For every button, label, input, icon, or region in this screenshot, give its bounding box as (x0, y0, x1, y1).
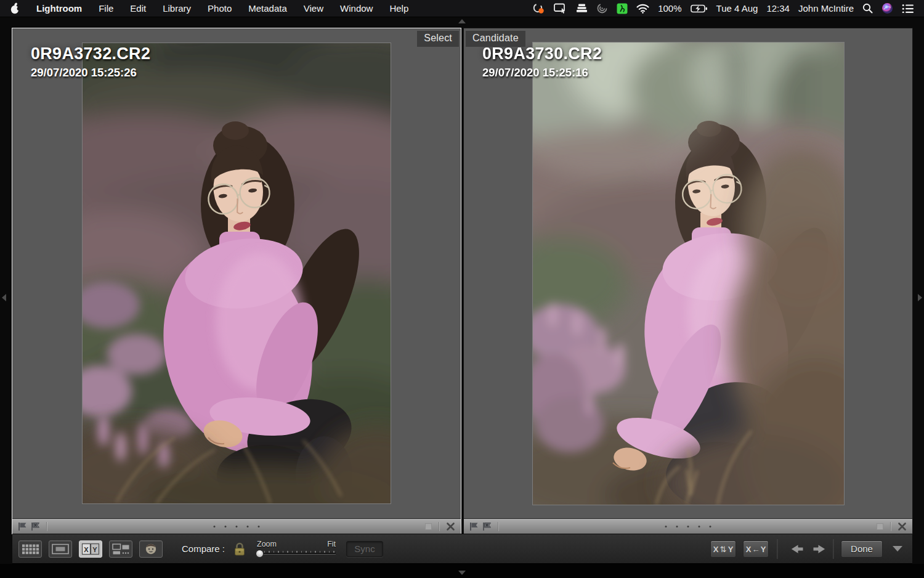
workspace: Select 0R9A3732.CR2 29/07/2020 15:25:26 (0, 17, 924, 578)
rating-dot[interactable] (687, 526, 689, 527)
stacked-trays-icon[interactable] (576, 4, 588, 13)
svg-text:Y: Y (92, 545, 97, 553)
toolbar-divider (777, 539, 777, 559)
loupe-view-button[interactable] (49, 540, 72, 558)
swap-xy-icon: X ⇅ Y (712, 543, 734, 555)
select-rating-dots (214, 526, 260, 527)
grid-view-icon (21, 543, 39, 555)
select-photo-area (12, 28, 461, 518)
candidate-photo[interactable] (533, 43, 844, 505)
rating-dot[interactable] (225, 526, 227, 527)
menu-edit[interactable]: Edit (130, 3, 146, 14)
reject-flag-icon[interactable] (31, 522, 41, 531)
bottom-panel-reveal-icon[interactable] (458, 571, 466, 575)
slider-line (257, 553, 336, 554)
survey-view-button[interactable] (109, 540, 132, 558)
menu-bar-status: 100% Tue 4 Aug 12:34 John McIntire (532, 2, 914, 14)
fit-label[interactable]: Fit (327, 540, 336, 548)
arrow-right-icon (812, 543, 828, 555)
menu-window[interactable]: Window (340, 3, 373, 14)
battery-percentage[interactable]: 100% (658, 3, 681, 14)
menu-help[interactable]: Help (389, 3, 408, 14)
loupe-view-icon (51, 543, 70, 555)
sync-status-icon[interactable] (532, 2, 545, 14)
compare-view-icon: X Y (81, 543, 100, 555)
people-view-button[interactable] (139, 540, 163, 558)
rating-dot[interactable] (214, 526, 216, 527)
spotlight-search-icon[interactable] (862, 3, 873, 14)
next-photo-button[interactable] (812, 543, 828, 555)
select-photo[interactable] (83, 43, 391, 503)
toolbar-divider (833, 539, 833, 559)
toolbar-divider (46, 522, 47, 531)
pick-flag-icon[interactable] (469, 522, 479, 531)
menu-bar-left: Lightroom File Edit Library Photo Metada… (10, 2, 408, 14)
done-button[interactable]: Done (841, 540, 883, 558)
compare-view-button[interactable]: X Y (79, 540, 102, 558)
rating-dot[interactable] (258, 526, 260, 527)
menu-date[interactable]: Tue 4 Aug (716, 3, 758, 14)
pick-flag-icon[interactable] (18, 522, 28, 531)
focus-lock-icon[interactable] (233, 542, 246, 556)
zoom-slider-group: Zoom Fit (256, 540, 337, 558)
svg-text:X: X (746, 545, 752, 554)
zoom-slider-thumb[interactable] (256, 550, 264, 558)
spiral-icon[interactable] (596, 2, 608, 14)
lightroom-compare-screen: Lightroom File Edit Library Photo Metada… (0, 0, 924, 578)
svg-text:←: ← (752, 544, 760, 553)
chevron-down-icon (893, 546, 902, 552)
rating-dot[interactable] (247, 526, 249, 527)
thumbnail-toggle[interactable] (877, 523, 883, 530)
select-photo-image (83, 43, 391, 503)
deselect-photo-icon[interactable] (446, 522, 455, 531)
select-badge: Select (417, 31, 459, 47)
candidate-photo-image (533, 43, 844, 505)
deselect-photo-icon[interactable] (898, 522, 907, 531)
swap-select-candidate-button[interactable]: X ⇅ Y (710, 540, 736, 558)
reject-flag-icon[interactable] (482, 522, 492, 531)
previous-photo-button[interactable] (788, 543, 804, 555)
menu-photo[interactable]: Photo (208, 3, 232, 14)
menu-file[interactable]: File (99, 3, 113, 14)
menu-metadata[interactable]: Metadata (248, 3, 287, 14)
menu-bar: Lightroom File Edit Library Photo Metada… (0, 0, 924, 17)
fast-user-switch[interactable]: John McIntire (798, 3, 854, 14)
rating-dot[interactable] (665, 526, 667, 527)
rating-dot[interactable] (710, 526, 711, 527)
notification-center-icon[interactable] (902, 4, 914, 13)
wifi-icon[interactable] (636, 4, 649, 14)
top-panel-reveal-icon[interactable] (458, 19, 466, 23)
compare-mode-label: Compare : (182, 543, 225, 554)
battery-charging-icon[interactable] (691, 4, 708, 13)
select-flags (18, 522, 41, 531)
thumbnail-toggle[interactable] (425, 523, 432, 530)
svg-text:X: X (84, 545, 89, 553)
menu-view[interactable]: View (304, 3, 323, 14)
menu-library[interactable]: Library (163, 3, 191, 14)
zoom-slider-track[interactable] (256, 549, 337, 558)
candidate-pane[interactable]: Candidate 0R9A3730.CR2 29/07/2020 15:25:… (464, 28, 912, 534)
make-select-icon: X ← Y (745, 543, 767, 555)
toolbar-options-button[interactable] (893, 546, 902, 552)
menu-time[interactable]: 12:34 (766, 3, 790, 14)
rating-dot[interactable] (676, 526, 678, 527)
sidecar-touch-icon[interactable] (554, 3, 567, 14)
compare-panes: Select 0R9A3732.CR2 29/07/2020 15:25:26 (12, 28, 912, 534)
select-pane[interactable]: Select 0R9A3732.CR2 29/07/2020 15:25:26 (12, 28, 461, 534)
rating-dot[interactable] (699, 526, 700, 527)
sync-button[interactable]: Sync (346, 541, 383, 557)
grid-view-button[interactable] (18, 540, 42, 558)
candidate-photo-area (464, 28, 912, 518)
candidate-rating-dots (665, 526, 711, 527)
select-photo-toolbar (12, 518, 461, 534)
siri-icon[interactable] (881, 2, 893, 14)
left-panel-reveal-icon[interactable] (2, 294, 6, 301)
green-app-icon[interactable] (617, 3, 628, 14)
make-select-button[interactable]: X ← Y (743, 540, 769, 558)
menu-app-name[interactable]: Lightroom (36, 3, 82, 14)
rating-dot[interactable] (236, 526, 238, 527)
zoom-label: Zoom (257, 540, 277, 548)
right-panel-reveal-icon[interactable] (918, 294, 922, 301)
apple-menu-icon[interactable] (10, 2, 20, 14)
svg-text:⇅: ⇅ (720, 544, 727, 553)
